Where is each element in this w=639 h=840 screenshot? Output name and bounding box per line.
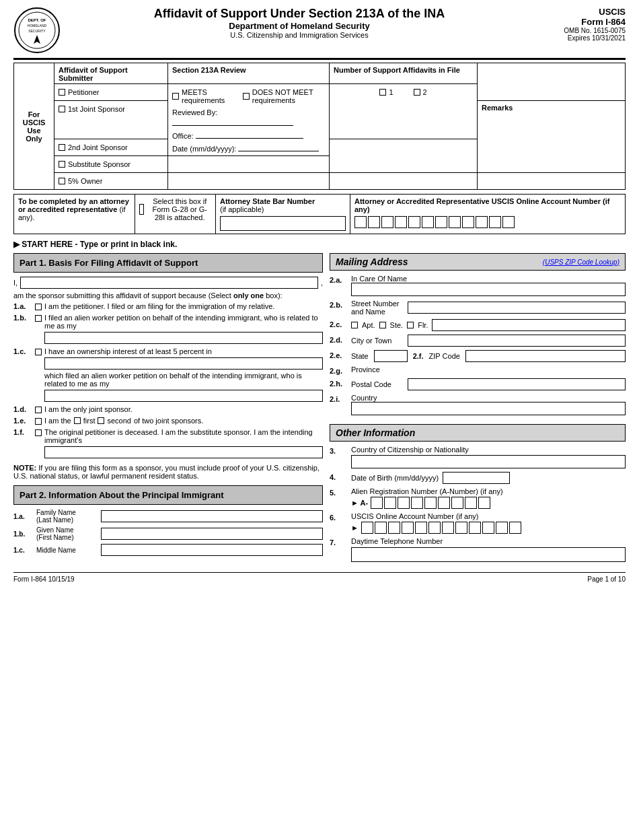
opt-1e-second-checkbox[interactable] bbox=[98, 417, 104, 424]
uscis-acct-1[interactable] bbox=[361, 522, 373, 534]
opt-1e-content: I am the first second of two joint spons… bbox=[44, 417, 323, 425]
addr-2h-content: Postal Code bbox=[351, 378, 626, 390]
uscis-acct-4[interactable] bbox=[402, 522, 414, 534]
opt-1e-first-checkbox[interactable] bbox=[74, 417, 81, 424]
uscis-acct-11[interactable] bbox=[496, 522, 508, 534]
5pct-owner-checkbox[interactable] bbox=[59, 178, 65, 184]
opt-1c-label: 1.c. bbox=[13, 347, 32, 355]
opt-1c-checkbox[interactable] bbox=[35, 349, 42, 355]
uscis-acct-12[interactable] bbox=[509, 522, 521, 534]
num1-checkbox[interactable] bbox=[379, 89, 386, 96]
opt-1c-input2[interactable] bbox=[44, 390, 323, 402]
meets-checkbox[interactable] bbox=[172, 93, 179, 100]
acct-seg-6[interactable] bbox=[422, 216, 434, 228]
opt-1b-checkbox[interactable] bbox=[35, 315, 42, 322]
comma: , bbox=[321, 279, 323, 287]
acct-seg-5[interactable] bbox=[408, 216, 420, 228]
addr-2a-input[interactable] bbox=[351, 283, 626, 296]
part2-1c-input[interactable] bbox=[101, 544, 323, 556]
option-1f-row: 1.f. The original petitioner is deceased… bbox=[13, 428, 323, 458]
sponsor-desc: am the sponsor submitting this affidavit… bbox=[13, 291, 323, 300]
main-title: Affidavit of Support Under Section 213A … bbox=[67, 7, 531, 21]
a-num-9[interactable] bbox=[478, 497, 490, 509]
acct-seg-10[interactable] bbox=[476, 216, 488, 228]
petitioner-checkbox[interactable] bbox=[59, 89, 65, 96]
uscis-acct-3[interactable] bbox=[388, 522, 400, 534]
opt-1d-checkbox[interactable] bbox=[35, 407, 42, 413]
addr-2h-input[interactable] bbox=[408, 378, 626, 390]
addr-2g-content: Province bbox=[351, 365, 626, 374]
acct-seg-9[interactable] bbox=[462, 216, 474, 228]
a-num-8[interactable] bbox=[465, 497, 477, 509]
addr-2c-input[interactable] bbox=[432, 319, 626, 331]
opt-1e-checkbox[interactable] bbox=[35, 418, 42, 425]
telephone-input[interactable] bbox=[351, 547, 626, 562]
acct-seg-3[interactable] bbox=[381, 216, 393, 228]
a-num-2[interactable] bbox=[384, 497, 396, 509]
a-num-5[interactable] bbox=[424, 497, 437, 509]
opt-1f-checkbox[interactable] bbox=[35, 429, 42, 436]
a-num-7[interactable] bbox=[451, 497, 463, 509]
addr-2d-input[interactable] bbox=[408, 335, 626, 347]
uscis-acct-8[interactable] bbox=[455, 522, 467, 534]
opt-1a-checkbox[interactable] bbox=[35, 304, 42, 310]
does-not-meet-checkbox[interactable] bbox=[243, 93, 250, 100]
apt-checkbox[interactable] bbox=[351, 322, 358, 328]
num-affidavits-header: Number of Support Affidavits in File bbox=[330, 63, 478, 84]
acct-seg-12[interactable] bbox=[502, 216, 515, 228]
g28-checkbox[interactable] bbox=[139, 204, 144, 215]
uscis-acct-10[interactable] bbox=[482, 522, 494, 534]
reviewed-by-field[interactable] bbox=[172, 116, 293, 126]
note-text: If you are filing this form as a sponsor… bbox=[13, 464, 320, 480]
num2-checkbox[interactable] bbox=[414, 89, 420, 96]
part2-1a-input[interactable] bbox=[101, 510, 323, 522]
addr-2e-input[interactable] bbox=[374, 350, 408, 362]
uscis-acct-2[interactable] bbox=[375, 522, 387, 534]
option-1b-row: 1.b. I filed an alien worker petition on… bbox=[13, 314, 323, 344]
attorney-table: To be completed by an attorney or accred… bbox=[13, 194, 626, 234]
date-field[interactable] bbox=[238, 142, 319, 151]
part2-1a-label: 1.a. bbox=[13, 513, 32, 520]
addr-2a-row: 2.a. In Care Of Name bbox=[330, 275, 626, 296]
uscis-acct-9[interactable] bbox=[469, 522, 481, 534]
opt-1c-input[interactable] bbox=[44, 357, 323, 370]
acct-seg-11[interactable] bbox=[489, 216, 501, 228]
a-num-3[interactable] bbox=[398, 497, 410, 509]
uscis-acct-boxes bbox=[361, 522, 521, 534]
flr-checkbox[interactable] bbox=[407, 322, 414, 328]
acct-seg-1[interactable] bbox=[354, 216, 367, 228]
uscis-acct-7[interactable] bbox=[442, 522, 454, 534]
opt-1b-label: 1.b. bbox=[13, 314, 32, 322]
ste-checkbox[interactable] bbox=[379, 322, 386, 328]
option-1d-row: 1.d. I am the only joint sponsor. bbox=[13, 405, 323, 413]
sponsor-name-input[interactable] bbox=[20, 277, 318, 289]
acct-seg-8[interactable] bbox=[449, 216, 461, 228]
acct-seg-2[interactable] bbox=[368, 216, 380, 228]
addr-2f-input[interactable] bbox=[465, 350, 626, 362]
office-field[interactable] bbox=[196, 129, 303, 139]
zip-lookup-link[interactable]: (USPS ZIP Code Lookup) bbox=[543, 258, 619, 266]
a-num-6[interactable] bbox=[438, 497, 450, 509]
right-column: Mailing Address (USPS ZIP Code Lookup) 2… bbox=[330, 253, 626, 565]
part2-1b-input[interactable] bbox=[101, 528, 323, 540]
a-num-4[interactable] bbox=[411, 497, 423, 509]
addr-2b-input[interactable] bbox=[408, 302, 626, 314]
dob-input[interactable] bbox=[443, 472, 510, 484]
acct-seg-4[interactable] bbox=[395, 216, 407, 228]
opt-1b-input[interactable] bbox=[44, 332, 323, 344]
account-number-cell: Attorney or Accredited Representative US… bbox=[350, 195, 626, 234]
account-label: Attorney or Accredited Representative US… bbox=[354, 197, 621, 213]
uscis-acct-5[interactable] bbox=[415, 522, 427, 534]
citizenship-input[interactable] bbox=[351, 455, 626, 468]
opt-1f-label: 1.f. bbox=[13, 428, 32, 436]
submitter-header: Affidavit of Support Submitter bbox=[54, 63, 168, 84]
opt-1f-input[interactable] bbox=[44, 446, 323, 458]
a-num-1[interactable] bbox=[371, 497, 383, 509]
acct-seg-7[interactable] bbox=[435, 216, 447, 228]
uscis-acct-6[interactable] bbox=[428, 522, 441, 534]
bar-number-input[interactable] bbox=[220, 216, 346, 231]
addr-2i-input[interactable] bbox=[351, 402, 626, 415]
joint-sponsor1-checkbox[interactable] bbox=[59, 106, 65, 112]
substitute-sponsor-checkbox[interactable] bbox=[59, 161, 65, 168]
joint-sponsor2-checkbox[interactable] bbox=[59, 144, 65, 151]
